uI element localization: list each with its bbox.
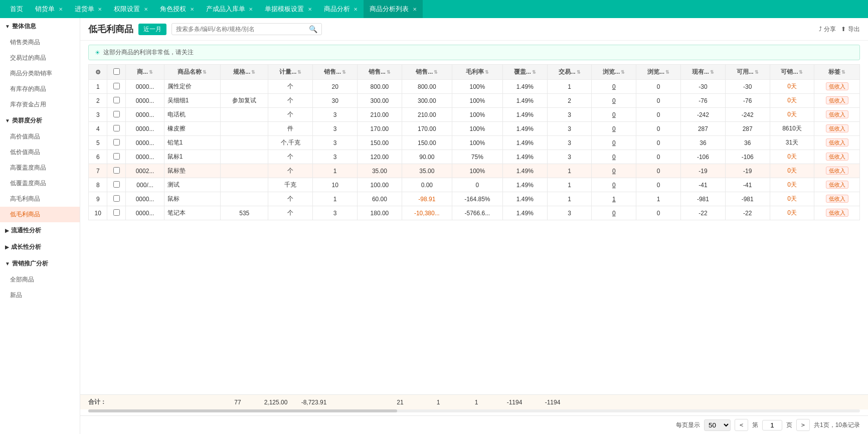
- sidebar-section-cluster[interactable]: ▼ 类群度分析: [0, 112, 80, 129]
- sidebar-section-growth[interactable]: ▶ 成长性分析: [0, 239, 80, 255]
- col-coverage[interactable]: 覆盖...⇅: [502, 65, 547, 80]
- row-checkbox[interactable]: [107, 192, 126, 206]
- horizontal-scrollbar[interactable]: [88, 409, 860, 412]
- per-page-select[interactable]: 50 20 100: [704, 419, 731, 431]
- row-checkbox[interactable]: [107, 150, 126, 164]
- row-checkbox[interactable]: [107, 164, 126, 178]
- row-views1[interactable]: 0: [592, 136, 636, 150]
- row-checkbox[interactable]: [107, 136, 126, 150]
- nav-close-template[interactable]: ✕: [308, 7, 312, 12]
- row-name[interactable]: 测试: [164, 178, 220, 192]
- row-views1[interactable]: 0: [592, 108, 636, 122]
- col-spec[interactable]: 规格...⇅: [221, 65, 268, 80]
- sidebar-section-marketing[interactable]: ▼ 营销推广分析: [0, 255, 80, 272]
- col-sellable-days[interactable]: 可销...⇅: [770, 65, 814, 80]
- nav-close-analysis[interactable]: ✕: [354, 7, 358, 12]
- sidebar-item-high-value[interactable]: 高价值商品: [0, 129, 80, 144]
- col-current-stock[interactable]: 现有...⇅: [681, 65, 726, 80]
- row-checkbox[interactable]: [107, 178, 126, 192]
- col-sales-amount[interactable]: 销售...⇅: [402, 65, 452, 80]
- row-name[interactable]: 吴细细1: [164, 94, 220, 108]
- sidebar-item-high-margin[interactable]: 高毛利商品: [0, 191, 80, 207]
- row-select[interactable]: [113, 83, 120, 89]
- row-views1[interactable]: 0: [592, 178, 636, 192]
- row-checkbox[interactable]: [107, 80, 126, 94]
- row-name[interactable]: 鼠标垫: [164, 164, 220, 178]
- row-checkbox[interactable]: [107, 122, 126, 136]
- row-select[interactable]: [113, 153, 120, 160]
- nav-close-sales[interactable]: ✕: [59, 7, 63, 12]
- nav-close-analysis-list[interactable]: ✕: [413, 7, 417, 12]
- row-views1[interactable]: 0: [592, 94, 636, 108]
- col-tag[interactable]: 标签⇅: [814, 65, 860, 80]
- sidebar-item-new-products[interactable]: 新品: [0, 287, 80, 303]
- row-checkbox[interactable]: [107, 108, 126, 122]
- col-settings[interactable]: ⚙: [89, 65, 107, 80]
- sidebar-section-overall[interactable]: ▼ 整体信息: [0, 18, 80, 35]
- nav-close-permissions[interactable]: ✕: [144, 7, 148, 12]
- sidebar-section-flow[interactable]: ▶ 流通性分析: [0, 222, 80, 239]
- sidebar-item-sales-products[interactable]: 销售类商品: [0, 35, 80, 50]
- row-name[interactable]: 属性定价: [164, 80, 220, 94]
- row-views1[interactable]: 0: [592, 206, 636, 220]
- row-name[interactable]: 铅笔1: [164, 136, 220, 150]
- col-code[interactable]: 商...⇅: [126, 65, 164, 80]
- row-select[interactable]: [113, 125, 120, 131]
- col-available-stock[interactable]: 可用...⇅: [725, 65, 770, 80]
- row-select[interactable]: [113, 111, 120, 117]
- sidebar-item-low-coverage[interactable]: 低覆盖度商品: [0, 176, 80, 191]
- next-page-button[interactable]: ＞: [796, 419, 810, 431]
- row-checkbox[interactable]: [107, 206, 126, 220]
- nav-analysis[interactable]: 商品分析 ✕: [318, 0, 364, 18]
- col-gross-margin[interactable]: 毛利率⇅: [452, 65, 502, 80]
- row-select[interactable]: [113, 97, 120, 103]
- row-views1[interactable]: 1: [592, 192, 636, 206]
- nav-template[interactable]: 单据模板设置 ✕: [259, 0, 318, 18]
- sidebar-item-all-products[interactable]: 全部商品: [0, 272, 80, 287]
- row-views1[interactable]: 0: [592, 80, 636, 94]
- page-input[interactable]: [762, 420, 782, 430]
- row-name[interactable]: 笔记本: [164, 206, 220, 220]
- sidebar-item-high-coverage[interactable]: 高覆盖度商品: [0, 160, 80, 176]
- sidebar-item-low-margin[interactable]: 低毛利商品: [0, 207, 80, 222]
- sidebar-item-category-rate[interactable]: 商品分类助销率: [0, 66, 80, 81]
- col-sales-price[interactable]: 销售...⇅: [358, 65, 402, 80]
- col-transactions[interactable]: 交易...⇅: [547, 65, 592, 80]
- col-sales-qty[interactable]: 销售...⇅: [313, 65, 358, 80]
- date-filter-button[interactable]: 近一月: [138, 24, 166, 35]
- row-select[interactable]: [113, 167, 120, 174]
- nav-close-products[interactable]: ✕: [249, 7, 253, 12]
- row-select[interactable]: [113, 209, 120, 216]
- nav-purchase[interactable]: 进货单 ✕: [69, 0, 108, 18]
- col-views2[interactable]: 浏览...⇅: [636, 65, 681, 80]
- export-button[interactable]: ⬆ 导出: [841, 25, 860, 34]
- nav-roles[interactable]: 角色授权 ✕: [154, 0, 200, 18]
- col-name[interactable]: 商品名称⇅: [164, 65, 220, 80]
- nav-products[interactable]: 产成品入库单 ✕: [200, 0, 259, 18]
- nav-close-purchase[interactable]: ✕: [98, 7, 102, 12]
- row-select[interactable]: [113, 195, 120, 202]
- select-all-checkbox[interactable]: [113, 68, 120, 75]
- sidebar-item-traded-products[interactable]: 交易过的商品: [0, 50, 80, 66]
- row-views1[interactable]: 0: [592, 150, 636, 164]
- nav-permissions[interactable]: 权限设置 ✕: [108, 0, 154, 18]
- nav-analysis-list[interactable]: 商品分析列表 ✕: [364, 0, 423, 18]
- row-name[interactable]: 鼠标1: [164, 150, 220, 164]
- row-views1[interactable]: 0: [592, 122, 636, 136]
- prev-page-button[interactable]: ＜: [735, 419, 748, 431]
- row-checkbox[interactable]: [107, 94, 126, 108]
- row-select[interactable]: [113, 181, 120, 188]
- nav-home[interactable]: 首页: [4, 0, 29, 18]
- row-name[interactable]: 电话机: [164, 108, 220, 122]
- nav-sales[interactable]: 销货单 ✕: [29, 0, 69, 18]
- sidebar-item-stocked-products[interactable]: 有库存的商品: [0, 81, 80, 97]
- nav-close-roles[interactable]: ✕: [190, 7, 194, 12]
- row-views1[interactable]: 0: [592, 164, 636, 178]
- sidebar-item-stock-capital[interactable]: 库存资金占用: [0, 97, 80, 112]
- share-button[interactable]: ⤴ 分享: [819, 25, 836, 34]
- search-input[interactable]: [176, 26, 309, 33]
- row-name[interactable]: 橡皮擦: [164, 122, 220, 136]
- row-name[interactable]: 鼠标: [164, 192, 220, 206]
- col-unit[interactable]: 计量...⇅: [268, 65, 313, 80]
- scrollbar-thumb[interactable]: [88, 409, 397, 412]
